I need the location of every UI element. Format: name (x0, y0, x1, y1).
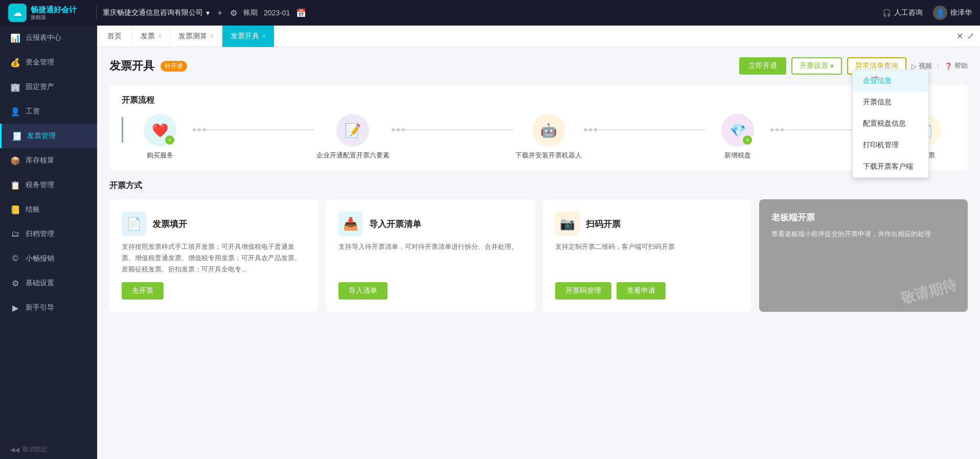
sidebar-item-jiezhang[interactable]: 📒 结账 (0, 197, 97, 222)
sidebar-item-zijin[interactable]: 💰 资金管理 (0, 50, 97, 75)
sidebar-item-kucun[interactable]: 📦 库存核算 (0, 148, 97, 173)
sidebar-item-label: 资金管理 (26, 58, 54, 67)
close-icon[interactable]: × (262, 33, 266, 40)
sidebar-item-label: 税务管理 (26, 180, 54, 190)
sidebar-item-label: 发票管理 (27, 131, 56, 141)
methods-section: 开票方式 📄 发票填开 支持按照发票样式手工填开发票；可开具增值税电子普通发票、… (109, 180, 968, 312)
kucun-icon: 📦 (10, 155, 20, 166)
activate-button[interactable]: 立即开通 (739, 57, 786, 75)
calendar-icon[interactable]: 📅 (296, 8, 306, 18)
status-badge: 待开通 (161, 61, 187, 72)
methods-section-title: 开票方式 (109, 180, 968, 191)
method-card-import: 📥 导入开票清单 支持导入待开票清单，可对待开票清单进行拆分、合并处理。 导入清… (326, 199, 535, 312)
step4-icon: 💎 + (721, 114, 754, 147)
human-support-button[interactable]: 🎧 人工咨询 (882, 8, 923, 17)
import-icon: 📥 (338, 212, 363, 236)
help-circle-icon: ❓ (944, 62, 952, 70)
tabs-right-controls: ✕ ⤢ (956, 31, 980, 41)
sidebar-item-gongzi[interactable]: 👤 工资 (0, 99, 97, 124)
step-connector-3 (584, 129, 705, 130)
help-button[interactable]: ❓ 帮助 (944, 61, 968, 71)
sidebar-item-label: 库存核算 (26, 156, 54, 165)
settings-dropdown-button[interactable]: 开票设置 ▾ (791, 57, 842, 75)
tab-fapiaokaju[interactable]: 发票开具 × (222, 26, 275, 47)
top-right: 🎧 人工咨询 👤 徐泽华 (882, 6, 972, 20)
sidebar-item-guidang[interactable]: 🗂 归档管理 (0, 222, 97, 246)
close-tab-button[interactable]: ✕ (956, 31, 963, 41)
guidang-icon: 🗂 (10, 229, 20, 239)
import-desc: 支持导入待开票清单，可对待开票清单进行拆分、合并处理。 (338, 241, 522, 277)
dropdown-item-taxdisk[interactable]: 配置税盘信息 (853, 113, 928, 134)
sidebar-item-label: 工资 (26, 107, 40, 116)
tab-home[interactable]: 首页 (97, 26, 132, 47)
dropdown-item-invoice[interactable]: 开票信息 (853, 91, 928, 113)
dropdown-item-company[interactable]: 企业信息 (853, 70, 928, 91)
tab-fapiao[interactable]: 发票 × (132, 26, 170, 47)
sidebar-item-yunbao[interactable]: 📊 云报表中心 (0, 26, 97, 50)
method-scan-header: 📷 扫码开票 (555, 212, 739, 236)
maximize-button[interactable]: ⤢ (967, 31, 974, 41)
scan-view-button[interactable]: 查看申请 (617, 282, 666, 300)
step2-icon: 📝 (336, 114, 369, 147)
settings-dropdown-menu: 企业信息 开票信息 配置税盘信息 打印机管理 下载开票客户端 (852, 70, 929, 178)
sidebar-item-gudingzichan[interactable]: 🏢 固定资产 (0, 75, 97, 99)
company-name: 重庆畅捷交通信息咨询有限公司 (103, 8, 203, 17)
app-wrapper: ☁ 畅捷通好会计 旗舰版 重庆畅捷交通信息咨询有限公司 ▾ ＋ ⚙ 账期 202… (0, 0, 980, 459)
period-label: 账期 (243, 8, 258, 17)
methods-grid: 📄 发票填开 支持按照发票样式手工填开发票；可开具增值税电子普通发票、增值税普通… (109, 199, 968, 312)
manual-action-button[interactable]: 去开票 (122, 282, 164, 300)
sidebar-item-jichushezhi[interactable]: ⚙ 基础设置 (0, 271, 97, 295)
user-name: 徐泽华 (950, 8, 972, 17)
user-menu[interactable]: 👤 徐泽华 (933, 6, 972, 20)
add-company-button[interactable]: ＋ (216, 8, 224, 18)
logo-sub: 旗舰版 (31, 14, 77, 20)
page-header: 发票开具 待开通 立即开通 开票设置 ▾ 异常清单查询 ▷ 视频 | (109, 57, 968, 75)
close-icon[interactable]: × (210, 33, 214, 40)
dropdown-item-download[interactable]: 下载开票客户端 (853, 156, 928, 177)
step1-label: 购买服务 (147, 151, 173, 160)
cancel-fixed-button[interactable]: ◀◀ 取消固定 (0, 440, 97, 459)
help-divider: | (937, 62, 939, 70)
main-area: 📊 云报表中心 💰 资金管理 🏢 固定资产 👤 工资 🧾 发票管理 (0, 26, 980, 459)
tab-fapiaokaju-label: 发票开具 (231, 32, 259, 41)
scan-qrcode-button[interactable]: 开票码管理 (555, 282, 611, 300)
page-content: 发票开具 待开通 立即开通 开票设置 ▾ 异常清单查询 ▷ 视频 | (97, 47, 980, 459)
tabs-bar: 首页 发票 × 发票测算 × 发票开具 × ✕ ⤢ (97, 26, 980, 47)
logo-text: 畅捷通好会计 旗舰版 (31, 5, 77, 20)
import-action-button[interactable]: 导入清单 (338, 282, 388, 300)
sidebar-item-label: 小畅报销 (26, 254, 54, 263)
settings-button[interactable]: ⚙ (230, 8, 237, 18)
flow-section: 开票流程 ❤️ + 购买服务 (109, 85, 968, 170)
flow-steps: ❤️ + 购买服务 📝 (122, 114, 955, 160)
company-selector[interactable]: 重庆畅捷交通信息咨询有限公司 ▾ (103, 8, 210, 17)
sidebar-item-shuiwu[interactable]: 📋 税务管理 (0, 173, 97, 197)
close-icon[interactable]: × (158, 33, 162, 40)
sidebar-item-xinshouyindao[interactable]: ▶ 新手引导 (0, 295, 97, 320)
boss-title: 老板端开票 (771, 212, 815, 223)
tab-home-label: 首页 (107, 32, 122, 41)
logo-area: ☁ 畅捷通好会计 旗舰版 (8, 4, 90, 22)
cancel-fixed-label: 取消固定 (22, 445, 47, 454)
dropdown-item-printer[interactable]: 打印机管理 (853, 134, 928, 156)
sidebar-item-xiaochang[interactable]: © 小畅报销 (0, 246, 97, 271)
step1-plus-badge: + (165, 135, 174, 145)
step4-plus-badge: + (743, 135, 752, 145)
yunbao-icon: 📊 (10, 33, 20, 43)
flow-section-title: 开票流程 (122, 95, 955, 106)
top-bar: ☁ 畅捷通好会计 旗舰版 重庆畅捷交通信息咨询有限公司 ▾ ＋ ⚙ 账期 202… (0, 0, 980, 26)
step1-icon-symbol: ❤️ (152, 123, 168, 139)
step4-icon-symbol: 💎 (730, 123, 746, 139)
step-line-divider (122, 117, 123, 143)
method-boss-header: 老板端开票 (771, 212, 955, 223)
page-title: 发票开具 (109, 58, 154, 74)
fapiao-icon: 🧾 (12, 131, 22, 141)
tab-fapiao-label: 发票 (141, 32, 155, 41)
scan-desc: 支持定制开票二维码，客户端可扫码开票 (555, 241, 739, 277)
sidebar-item-fapiao[interactable]: 🧾 发票管理 (0, 124, 97, 148)
method-manual-header: 📄 发票填开 (122, 212, 306, 236)
logo-title: 畅捷通好会计 (31, 5, 77, 14)
shuiwu-icon: 📋 (10, 180, 20, 190)
tab-fapiaocesuan[interactable]: 发票测算 × (170, 26, 222, 47)
sidebar-item-label: 新手引导 (26, 303, 54, 312)
help-label: 帮助 (954, 61, 968, 71)
